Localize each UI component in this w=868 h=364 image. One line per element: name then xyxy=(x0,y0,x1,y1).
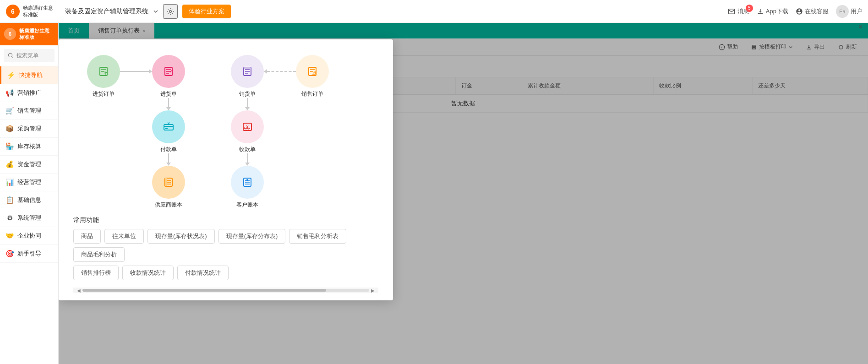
payment-node[interactable]: ¥ 付款单 xyxy=(152,110,185,153)
message-badge: 5 xyxy=(746,5,753,12)
func-btn-receipt-stat[interactable]: 收款情况统计 xyxy=(122,266,174,280)
settings-button[interactable] xyxy=(163,4,178,19)
svg-text:6: 6 xyxy=(9,32,11,37)
logo-area: 6 畅康通好生意 标准版 xyxy=(5,4,60,19)
sidebar-item-basic[interactable]: 📋 基础信息 xyxy=(0,191,58,209)
flow-layout-fixed: 进货订单 进货单 xyxy=(82,55,329,209)
main-area: 6 畅康通好生意 标准版 搜索菜单 ⚡ 快捷导航 📢 营销推广 xyxy=(0,23,868,364)
system-icon: ⚙ xyxy=(5,214,14,222)
func-buttons-row2: 销售排行榜 收款情况统计 付款情况统计 xyxy=(73,266,378,280)
sidebar-item-purchase[interactable]: 📦 采购管理 xyxy=(0,120,58,138)
user-menu[interactable]: Ea 用户 xyxy=(836,5,863,18)
func-btn-partner[interactable]: 往来单位 xyxy=(104,229,144,244)
func-btn-stock-status[interactable]: 现存量(库存状况表) xyxy=(147,229,215,244)
system-title: 装备及固定资产辅助管理系统 xyxy=(65,7,148,16)
operations-icon: 📊 xyxy=(5,178,14,186)
sidebar-item-finance[interactable]: 💰 资金管理 xyxy=(0,156,58,174)
sales-icon: 🛒 xyxy=(5,107,14,115)
logo-text: 畅康通好生意 标准版 xyxy=(23,5,53,18)
scroll-right-arrow[interactable]: ▶ xyxy=(369,288,377,293)
svg-point-2 xyxy=(169,10,172,12)
quick-guide-panel: 进货订单 进货单 xyxy=(59,39,393,300)
purchase-icon: 📦 xyxy=(5,125,14,133)
app-logo-icon: 6 xyxy=(5,4,20,19)
scroll-left-arrow[interactable]: ◀ xyxy=(75,288,82,293)
so-node[interactable]: 销售订单 xyxy=(296,55,329,98)
experience-button[interactable]: 体验行业方案 xyxy=(182,5,231,18)
sidebar-item-sales[interactable]: 🛒 销售管理 xyxy=(0,102,58,120)
basic-icon: 📋 xyxy=(5,196,14,204)
search-icon xyxy=(7,52,14,59)
marketing-icon: 📢 xyxy=(5,89,14,97)
supplier-acct-node[interactable]: 供应商账本 xyxy=(152,166,185,209)
app-download-button[interactable]: App下载 xyxy=(757,7,788,16)
app-container: 6 畅康通好生意 标准版 装备及固定资产辅助管理系统 体验行业方案 消息 5 A… xyxy=(0,0,868,364)
content-area: 首页 销售订单执行表 × × 帮助 按模板打印 xyxy=(59,23,868,364)
sidebar-item-system[interactable]: ⚙ 系统管理 xyxy=(0,209,58,227)
func-btn-product-margin[interactable]: 商品毛利分析 xyxy=(73,247,125,262)
func-btn-product[interactable]: 商品 xyxy=(73,229,101,244)
sidebar-item-quick-nav[interactable]: ⚡ 快捷导航 xyxy=(0,66,58,84)
service-icon xyxy=(796,8,803,15)
online-service-button[interactable]: 在线客服 xyxy=(796,7,829,16)
receipt-node[interactable]: ¥ 收款单 xyxy=(231,110,264,153)
user-avatar: Ea xyxy=(836,5,849,18)
po-node[interactable]: 进货订单 xyxy=(87,55,120,98)
finance-icon: 💰 xyxy=(5,160,14,168)
top-bar-right: 消息 5 App下载 在线客服 Ea 用户 xyxy=(727,5,863,18)
svg-point-31 xyxy=(246,179,248,181)
svg-text:6: 6 xyxy=(11,8,15,15)
svg-text:¥: ¥ xyxy=(246,125,248,129)
sidebar: 6 畅康通好生意 标准版 搜索菜单 ⚡ 快捷导航 📢 营销推广 xyxy=(0,23,59,364)
svg-rect-21 xyxy=(165,128,168,129)
newbie-icon: 🎯 xyxy=(5,250,14,258)
sidebar-item-operations[interactable]: 📊 经营管理 xyxy=(0,174,58,191)
overlay-backdrop[interactable]: 进货订单 进货单 xyxy=(59,23,868,364)
func-btn-sales-margin[interactable]: 销售毛利分析表 xyxy=(289,229,346,244)
collab-icon: 🤝 xyxy=(5,232,14,240)
sidebar-logo-text: 畅康通好生意 标准版 xyxy=(19,27,49,41)
customer-acct-node[interactable]: 客户账本 xyxy=(231,166,264,209)
search-menu-button[interactable]: 搜索菜单 xyxy=(4,49,55,62)
sidebar-logo-icon: 6 xyxy=(4,27,16,40)
top-bar: 6 畅康通好生意 标准版 装备及固定资产辅助管理系统 体验行业方案 消息 5 A… xyxy=(0,0,868,23)
sidebar-item-inventory[interactable]: 🏪 库存核算 xyxy=(0,138,58,156)
quick-nav-icon: ⚡ xyxy=(7,71,15,79)
common-functions-title: 常用功能 xyxy=(73,216,378,224)
panel-scrollbar[interactable]: ◀ ▶ xyxy=(73,288,378,293)
sidebar-search: 搜索菜单 xyxy=(0,45,58,66)
func-buttons-row1: 商品 往来单位 现存量(库存状况表) 现存量(库存分布表) 销售毛利分析表 商品… xyxy=(73,229,378,262)
sidebar-item-newbie[interactable]: 🎯 新手引导 xyxy=(0,245,58,263)
scrollbar-thumb xyxy=(82,289,326,292)
sb-node[interactable]: 销货单 xyxy=(231,55,264,98)
func-btn-sales-rank[interactable]: 销售排行榜 xyxy=(73,266,119,280)
gear-icon xyxy=(166,7,175,16)
sidebar-item-collab[interactable]: 🤝 企业协同 xyxy=(0,227,58,245)
scrollbar-track[interactable] xyxy=(82,289,369,292)
sidebar-item-marketing[interactable]: 📢 营销推广 xyxy=(0,84,58,102)
download-icon xyxy=(757,8,764,15)
message-icon xyxy=(727,7,736,16)
inventory-icon: 🏪 xyxy=(5,142,14,151)
func-btn-stock-dist[interactable]: 现存量(库存分布表) xyxy=(218,229,286,244)
svg-point-6 xyxy=(8,53,12,57)
svg-rect-28 xyxy=(165,178,167,186)
message-button[interactable]: 消息 5 xyxy=(727,7,749,16)
sidebar-logo: 6 畅康通好生意 标准版 xyxy=(0,23,58,45)
func-btn-payment-stat[interactable]: 付款情况统计 xyxy=(177,266,229,280)
svg-text:¥: ¥ xyxy=(168,121,170,125)
flow-diagram: 进货订单 进货单 xyxy=(73,50,378,209)
dropdown-arrow-icon xyxy=(153,9,158,14)
common-functions: 常用功能 商品 往来单位 现存量(库存状况表) 现存量(库存分布表) 销售毛利分… xyxy=(73,216,378,280)
system-dropdown[interactable] xyxy=(153,9,158,14)
pb-node[interactable]: 进货单 xyxy=(152,55,185,98)
svg-rect-16 xyxy=(244,67,251,69)
